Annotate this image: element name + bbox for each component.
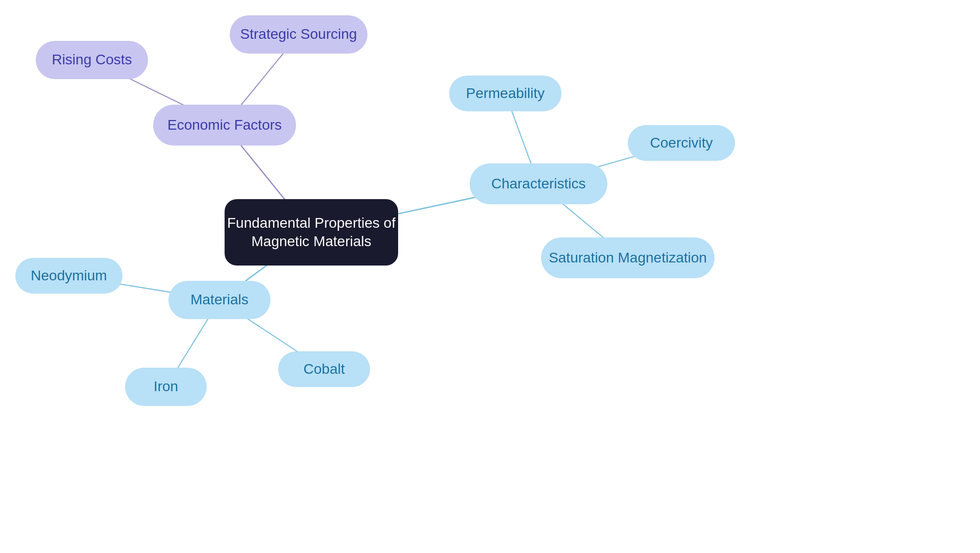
economic-factors-label: Economic Factors [167, 116, 282, 134]
characteristics-label: Characteristics [491, 175, 585, 193]
node-materials[interactable]: Materials [168, 281, 271, 319]
strategic-sourcing-label: Strategic Sourcing [240, 25, 357, 43]
node-economic-factors[interactable]: Economic Factors [153, 105, 296, 146]
permeability-label: Permeability [466, 84, 545, 103]
iron-label: Iron [154, 377, 178, 396]
center-node[interactable]: Fundamental Properties of Magnetic Mater… [225, 199, 398, 266]
node-rising-costs[interactable]: Rising Costs [36, 41, 148, 79]
neodymium-label: Neodymium [31, 267, 107, 285]
node-coercivity[interactable]: Coercivity [628, 125, 735, 161]
node-neodymium[interactable]: Neodymium [15, 258, 122, 294]
center-label: Fundamental Properties of Magnetic Mater… [227, 214, 396, 251]
node-saturation-magnetization[interactable]: Saturation Magnetization [541, 237, 715, 278]
materials-label: Materials [190, 291, 249, 309]
cobalt-label: Cobalt [304, 360, 345, 378]
coercivity-label: Coercivity [650, 134, 713, 152]
node-permeability[interactable]: Permeability [449, 76, 561, 111]
node-iron[interactable]: Iron [125, 368, 207, 406]
node-strategic-sourcing[interactable]: Strategic Sourcing [230, 15, 368, 54]
saturation-magnetization-label: Saturation Magnetization [549, 249, 707, 267]
rising-costs-label: Rising Costs [52, 51, 132, 69]
node-characteristics[interactable]: Characteristics [470, 163, 607, 204]
node-cobalt[interactable]: Cobalt [278, 351, 370, 387]
